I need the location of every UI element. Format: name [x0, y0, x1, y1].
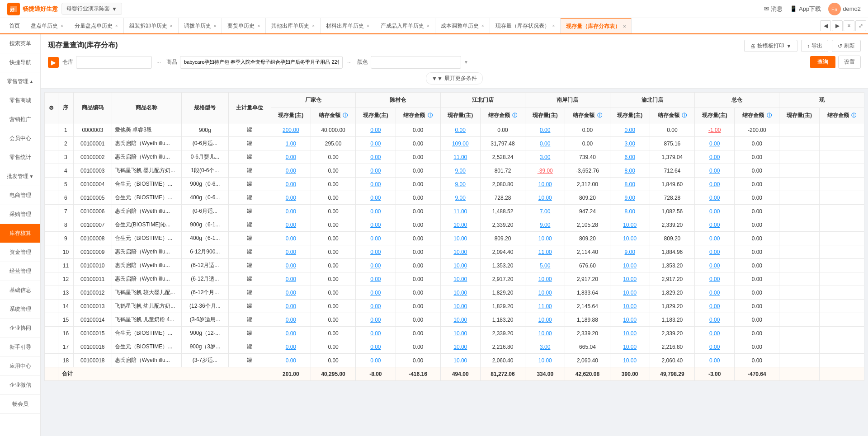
refresh-button[interactable]: ↺ 刷新: [832, 40, 861, 52]
cell-total-current[interactable]: 0.00: [694, 218, 734, 232]
cell-yubei-current[interactable]: 0.00: [610, 123, 650, 137]
cell-jiangbei-current[interactable]: 109.00: [440, 137, 480, 150]
cell-jiangbei-current[interactable]: 9.00: [440, 178, 480, 191]
cell-nanan-current[interactable]: 0.00: [525, 137, 565, 150]
cell-changjia-current[interactable]: 200.00: [271, 123, 311, 137]
cell-changjia-current[interactable]: 0.00: [271, 232, 311, 245]
tab-close-pandian[interactable]: ×: [61, 23, 63, 28]
sidebar-item-retail-mgmt[interactable]: 零售管理 ▲: [0, 72, 40, 91]
sidebar-item-quicknav[interactable]: 快捷导航: [0, 53, 40, 72]
sidebar-item-purchase[interactable]: 采购管理: [0, 205, 40, 224]
sidebar-item-retail-stats[interactable]: 零售统计: [0, 148, 40, 167]
cell-yubei-current[interactable]: 3.00: [610, 137, 650, 150]
cell-total-current[interactable]: 0.00: [694, 205, 734, 218]
sidebar-item-retail-shop[interactable]: 零售商城: [0, 91, 40, 110]
cell-yubei-current[interactable]: 10.00: [610, 232, 650, 245]
cell-jiangbei-current[interactable]: 9.00: [440, 191, 480, 205]
cell-jiangbei-current[interactable]: 10.00: [440, 218, 480, 232]
cell-nanan-current[interactable]: 10.00: [525, 313, 565, 327]
cell-jiangbei-current[interactable]: 10.00: [440, 232, 480, 245]
cell-jiangbei-current[interactable]: 10.00: [440, 259, 480, 272]
th-settings[interactable]: ⚙: [45, 93, 58, 123]
warehouse-select-button[interactable]: ···: [155, 59, 163, 66]
app-download-button[interactable]: 📱 App下载: [790, 5, 821, 13]
cell-chencun-current[interactable]: 0.00: [356, 232, 396, 245]
cell-yubei-current[interactable]: 10.00: [610, 218, 650, 232]
cell-chencun-current[interactable]: 0.00: [356, 340, 396, 354]
tab-expand-button[interactable]: ⤢: [855, 20, 866, 31]
tab-qitachuku[interactable]: 其他出库单历史 ×: [266, 18, 321, 34]
tab-close-yaohuo[interactable]: ×: [257, 23, 260, 28]
cell-jiangbei-current[interactable]: 0.00: [440, 123, 480, 137]
cell-chencun-current[interactable]: 0.00: [356, 178, 396, 191]
messages-button[interactable]: ✉ 消息: [764, 5, 783, 13]
cell-jiangbei-current[interactable]: 10.00: [440, 354, 480, 367]
tab-close-fenbiao[interactable]: ×: [623, 24, 626, 29]
tab-diaobuo[interactable]: 调拨单历史 ×: [179, 18, 222, 34]
query-button[interactable]: 查询: [810, 56, 835, 68]
cell-nanan-current[interactable]: 7.00: [525, 205, 565, 218]
sidebar-item-basic-info[interactable]: 基础信息: [0, 281, 40, 300]
cell-nanan-current[interactable]: 10.00: [525, 286, 565, 300]
sidebar-item-inventory[interactable]: 库存核算: [0, 224, 40, 243]
cell-chencun-current[interactable]: 0.00: [356, 150, 396, 164]
color-input[interactable]: [371, 56, 461, 69]
cell-chencun-current[interactable]: 0.00: [356, 272, 396, 286]
cell-nanan-current[interactable]: 10.00: [525, 191, 565, 205]
table-container[interactable]: ⚙ 序 商品编码 商品名称 规格型号 主计量单位 厂家仓 陈村仓 江北门店 南岸…: [41, 89, 868, 436]
sidebar-item-wholesale[interactable]: 批发管理 ▼: [0, 167, 40, 186]
cell-total-current[interactable]: 0.00: [694, 286, 734, 300]
cell-nanan-current[interactable]: 10.00: [525, 354, 565, 367]
cell-chencun-current[interactable]: 0.00: [356, 286, 396, 300]
tab-zuzhuang[interactable]: 组装拆卸单历史 ×: [124, 18, 179, 34]
cell-nanan-current[interactable]: 3.00: [525, 150, 565, 164]
cell-changjia-current[interactable]: 0.00: [271, 300, 311, 313]
cell-chencun-current[interactable]: 0.00: [356, 354, 396, 367]
sidebar-item-operations[interactable]: 经营管理: [0, 262, 40, 281]
cell-chencun-current[interactable]: 0.00: [356, 137, 396, 150]
tab-xiancunliang-fenbiao[interactable]: 现存量（库存分布表） ×: [561, 18, 632, 34]
export-button[interactable]: ↑ 导出: [801, 40, 828, 52]
cell-total-current[interactable]: 0.00: [694, 191, 734, 205]
cell-total-current[interactable]: 0.00: [694, 232, 734, 245]
cell-jiangbei-current[interactable]: 10.00: [440, 340, 480, 354]
tab-close-all-button[interactable]: ×: [844, 20, 854, 31]
industry-selector[interactable]: 母婴行业演示陈套 ▼: [61, 3, 122, 15]
cell-total-current[interactable]: 0.00: [694, 340, 734, 354]
sidebar-item-enterprise[interactable]: 企业协同: [0, 319, 40, 338]
cell-chencun-current[interactable]: 0.00: [356, 191, 396, 205]
cell-nanan-current[interactable]: 10.00: [525, 232, 565, 245]
cell-yubei-current[interactable]: 10.00: [610, 259, 650, 272]
cell-yubei-current[interactable]: 9.00: [610, 245, 650, 259]
tab-next-button[interactable]: ▶: [832, 20, 843, 31]
tab-chengpin[interactable]: 产成品入库单历史 ×: [375, 18, 435, 34]
warehouse-input[interactable]: [76, 56, 152, 69]
cell-yubei-current[interactable]: 10.00: [610, 354, 650, 367]
tab-close-zuzhuang[interactable]: ×: [170, 23, 173, 28]
tab-close-chengpin[interactable]: ×: [427, 23, 429, 28]
cell-nanan-current[interactable]: 0.00: [525, 123, 565, 137]
cell-total-current[interactable]: 0.00: [694, 178, 734, 191]
cell-jiangbei-current[interactable]: 11.00: [440, 150, 480, 164]
tab-fenpandian[interactable]: 分量盘点单历史 ×: [69, 18, 124, 34]
cell-changjia-current[interactable]: 0.00: [271, 354, 311, 367]
cell-yubei-current[interactable]: 8.00: [610, 178, 650, 191]
tab-prev-button[interactable]: ◀: [820, 20, 831, 31]
user-menu[interactable]: Ea demo2: [828, 3, 861, 15]
cell-yubei-current[interactable]: 8.00: [610, 164, 650, 178]
sidebar-item-member2[interactable]: 畅会员: [0, 395, 40, 414]
cell-chencun-current[interactable]: 0.00: [356, 327, 396, 340]
cell-total-current[interactable]: 0.00: [694, 164, 734, 178]
cell-changjia-current[interactable]: 0.00: [271, 245, 311, 259]
cell-jiangbei-current[interactable]: 11.00: [440, 205, 480, 218]
sidebar-item-system[interactable]: 系统管理: [0, 300, 40, 319]
cell-changjia-current[interactable]: 0.00: [271, 286, 311, 300]
cell-changjia-current[interactable]: 0.00: [271, 313, 311, 327]
cell-changjia-current[interactable]: 0.00: [271, 164, 311, 178]
cell-total-current[interactable]: 0.00: [694, 313, 734, 327]
tab-close-diaobuo[interactable]: ×: [214, 23, 217, 28]
cell-chencun-current[interactable]: 0.00: [356, 164, 396, 178]
sidebar-item-apps[interactable]: 应用中心: [0, 357, 40, 376]
expand-button[interactable]: ▶: [48, 57, 59, 68]
cell-yubei-current[interactable]: 6.00: [610, 150, 650, 164]
